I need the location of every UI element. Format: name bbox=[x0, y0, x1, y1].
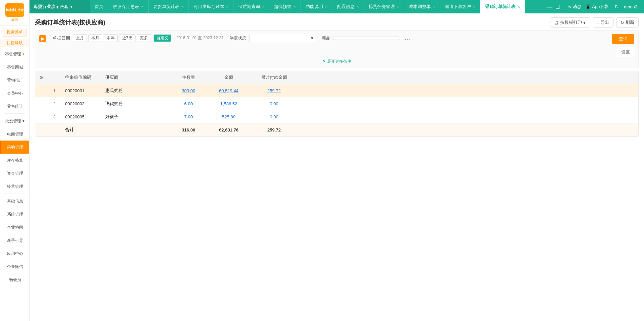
date-btn-this-year[interactable]: 本年 bbox=[104, 34, 118, 42]
sidebar-item-ecommerce-mgmt[interactable]: 电商管理 bbox=[0, 127, 29, 141]
col-header-spacer bbox=[299, 71, 638, 84]
row-paid-cell[interactable]: 259.72 bbox=[249, 84, 299, 97]
footer-amount-cell: 62,631.76 bbox=[209, 123, 249, 137]
footer-num-cell bbox=[48, 123, 61, 137]
sidebar-item-operation-mgmt[interactable]: 经营管理 bbox=[0, 180, 29, 193]
tab-close-icon[interactable]: × bbox=[293, 4, 296, 9]
row-qty-cell[interactable]: 7.00 bbox=[168, 110, 209, 123]
row-paid-cell[interactable]: 0.00 bbox=[249, 110, 299, 123]
tab-purchase-summary[interactable]: 采购订单统计表 × bbox=[480, 0, 525, 13]
print-button[interactable]: 🖨 按模板打印 ▾ bbox=[550, 17, 590, 28]
tab-receive-summary[interactable]: 收发存汇总表 × bbox=[108, 0, 149, 13]
sidebar-item-basic-info[interactable]: 基础信息 bbox=[0, 195, 29, 208]
tab-close-icon[interactable]: × bbox=[226, 4, 228, 9]
app-download-button[interactable]: 📱 App下载 bbox=[585, 4, 608, 10]
status-filter-label: 单据状态 bbox=[229, 35, 247, 41]
arrow-icon: ▲ bbox=[22, 52, 25, 56]
tab-close-active-icon[interactable]: × bbox=[518, 4, 520, 9]
column-settings-icon[interactable]: ⚙ bbox=[39, 75, 44, 80]
row-spacer-cell bbox=[299, 84, 638, 97]
sidebar-item-retail-mgmt[interactable]: 零售管理 ▲ bbox=[0, 47, 29, 60]
filter-expand-row: ⊻ 展开更多条件 bbox=[39, 57, 634, 64]
table-body: 1 00020001 惠氏奶粉 303.00 60,519.44 259.72 … bbox=[35, 84, 638, 123]
page-title: 采购订单统计表(按供应商) bbox=[35, 18, 105, 26]
refresh-button[interactable]: ↻ 刷新 bbox=[616, 17, 639, 28]
sidebar-item-wholesale-mgmt[interactable]: 批发管理 ▼ bbox=[0, 114, 29, 127]
message-icon: ✉ bbox=[568, 4, 571, 9]
export-button[interactable]: ↓ 导出 bbox=[593, 17, 614, 28]
tab-available-inventory[interactable]: 可用量库存账本 × bbox=[189, 0, 233, 13]
status-select[interactable]: ▾ bbox=[249, 34, 316, 42]
row-qty-cell[interactable]: 6.00 bbox=[168, 97, 209, 110]
row-amount-cell[interactable]: 525.80 bbox=[209, 110, 249, 123]
tab-close-icon[interactable]: × bbox=[473, 4, 475, 9]
tab-close-icon[interactable]: × bbox=[181, 4, 184, 9]
minimize-button[interactable]: — bbox=[546, 3, 552, 10]
tab-overstock-warning[interactable]: 超储预警 × bbox=[269, 0, 301, 13]
date-range-text: 2016-01-01 至 2023-12-31 bbox=[176, 35, 224, 41]
goods-more-button[interactable]: … bbox=[403, 35, 412, 42]
tab-invite-downstream[interactable]: 邀请下游客户 × bbox=[440, 0, 480, 13]
logo-abbr: 标版 bbox=[11, 17, 18, 22]
title-actions: 🖨 按模板打印 ▾ ↓ 导出 ↻ 刷新 bbox=[550, 17, 639, 28]
sidebar-item-inventory-check[interactable]: 库存核算 bbox=[0, 154, 29, 167]
sidebar-item-member-center[interactable]: 会员中心 bbox=[0, 87, 29, 100]
tab-order-summary[interactable]: 要货单统计表 × bbox=[149, 0, 189, 13]
print-icon: 🖨 bbox=[554, 20, 559, 25]
sidebar-item-system-mgmt[interactable]: 系统管理 bbox=[0, 208, 29, 221]
user-profile[interactable]: Ea demo2 bbox=[612, 2, 637, 11]
row-amount-cell[interactable]: 60,519.44 bbox=[209, 84, 249, 97]
maximize-button[interactable]: □ bbox=[556, 3, 559, 10]
tab-close-icon[interactable]: × bbox=[325, 4, 327, 9]
sidebar-item-purchase-mgmt[interactable]: 采购管理 bbox=[0, 141, 29, 154]
account-dropdown[interactable]: 母婴行业演示账套 ▾ bbox=[30, 0, 90, 13]
date-btn-more[interactable]: 更多 bbox=[137, 34, 151, 42]
sidebar-item-retail-shop[interactable]: 零售商城 bbox=[0, 60, 29, 73]
tab-function-desc[interactable]: 功能说明 × bbox=[301, 0, 332, 13]
message-button[interactable]: ✉ 消息 bbox=[568, 4, 581, 10]
tab-close-icon[interactable]: × bbox=[433, 4, 435, 9]
row-qty-cell[interactable]: 303.00 bbox=[168, 84, 209, 97]
row-amount-cell[interactable]: 1,586.52 bbox=[209, 97, 249, 110]
dropdown-icon: ▾ bbox=[70, 5, 72, 9]
page-content: 采购订单统计表(按供应商) 🖨 按模板打印 ▾ ↓ 导出 ↻ 刷新 bbox=[30, 13, 644, 321]
tab-close-icon[interactable]: × bbox=[357, 4, 359, 9]
tab-close-icon[interactable]: × bbox=[141, 4, 144, 9]
sidebar-item-capital-mgmt[interactable]: 资金管理 bbox=[0, 167, 29, 180]
query-button[interactable]: 查询 bbox=[612, 34, 634, 44]
sidebar-item-new-guide[interactable]: 新手引导 bbox=[0, 234, 29, 247]
sidebar-item-enterprise-collab[interactable]: 企业协同 bbox=[0, 221, 29, 234]
goods-filter-item: 商品 … bbox=[322, 35, 412, 42]
tab-home[interactable]: 首页 bbox=[90, 0, 108, 13]
sidebar-item-retail-stats[interactable]: 零售统计 bbox=[0, 100, 29, 113]
date-btn-this-month[interactable]: 本月 bbox=[88, 34, 102, 42]
search-menu-button[interactable]: 搜索菜单 bbox=[3, 28, 26, 37]
footer-spacer-cell bbox=[299, 123, 638, 137]
tab-config-info[interactable]: 配置信息 × bbox=[332, 0, 364, 13]
row-settings-cell bbox=[35, 110, 48, 123]
goods-input[interactable] bbox=[333, 37, 400, 40]
sidebar-item-vip-member[interactable]: 畅会员 bbox=[0, 273, 29, 286]
tab-pick-task[interactable]: 拣货任务管理 × bbox=[364, 0, 404, 13]
refresh-icon: ↻ bbox=[621, 20, 624, 25]
footer-qty-cell: 316.00 bbox=[168, 123, 209, 137]
settings-button[interactable]: 设置 bbox=[617, 47, 634, 57]
row-code-cell: 00020002 bbox=[61, 97, 101, 110]
row-num-cell: 2 bbox=[48, 97, 61, 110]
expand-more-btn[interactable]: ⊻ 展开更多条件 bbox=[323, 59, 351, 64]
expand-more-icon: ⊻ bbox=[323, 59, 326, 64]
tab-close-icon[interactable]: × bbox=[262, 4, 264, 9]
arrow-icon: ▼ bbox=[22, 119, 25, 123]
tab-close-icon[interactable]: × bbox=[397, 4, 399, 9]
tab-cost-adjust[interactable]: 成本调整单 × bbox=[404, 0, 440, 13]
row-paid-cell[interactable]: 0.00 bbox=[249, 97, 299, 110]
date-btn-last-7-days[interactable]: 近7天 bbox=[119, 34, 136, 42]
expand-icon[interactable]: ▶ bbox=[39, 35, 46, 42]
sidebar-item-app-center[interactable]: 应用中心 bbox=[0, 247, 29, 260]
sidebar-item-enterprise-wechat[interactable]: 企业微信 bbox=[0, 260, 29, 273]
row-spacer-cell bbox=[299, 110, 638, 123]
date-btn-last-month[interactable]: 上月 bbox=[73, 34, 87, 42]
sidebar-item-marketing[interactable]: 营销推广 bbox=[0, 73, 29, 87]
row-num-cell: 3 bbox=[48, 110, 61, 123]
tab-expiry-query[interactable]: 保质期查询 × bbox=[233, 0, 269, 13]
